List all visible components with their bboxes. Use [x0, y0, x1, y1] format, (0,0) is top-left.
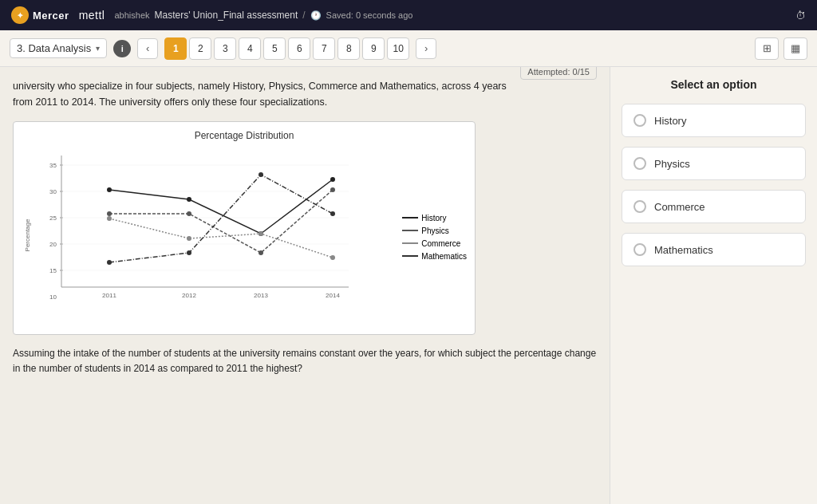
page-btn-8[interactable]: 8	[337, 37, 360, 60]
main-content: Attempted: 0/15 university who specializ…	[0, 67, 817, 504]
chart-legend: History Physics Commerce Mathematics	[397, 148, 467, 326]
left-panel: Attempted: 0/15 university who specializ…	[0, 67, 610, 504]
grid-view-button[interactable]: ⊞	[755, 37, 779, 60]
page-numbers: 12345678910	[164, 37, 409, 60]
page-btn-1[interactable]: 1	[164, 37, 187, 60]
option-physics[interactable]: Physics	[622, 147, 806, 180]
svg-point-30	[330, 187, 335, 192]
select-option-title: Select an option	[622, 78, 806, 91]
mercer-logo-icon: ✦	[11, 6, 29, 24]
svg-point-33	[259, 231, 263, 236]
legend-physics: Physics	[402, 226, 467, 235]
svg-point-24	[187, 197, 191, 202]
option-history[interactable]: History	[622, 104, 806, 137]
chart-wrapper: Percentage 35 30 25	[22, 148, 467, 326]
svg-point-37	[259, 172, 263, 177]
section-label: 3. Data Analysis	[17, 42, 91, 54]
chart-svg-area: Percentage 35 30 25	[22, 148, 389, 326]
svg-point-32	[187, 236, 191, 241]
grid-icon: ⊞	[763, 42, 772, 54]
svg-text:10: 10	[49, 293, 57, 301]
page-btn-3[interactable]: 3	[214, 37, 236, 60]
save-icon: 🕐	[310, 10, 322, 21]
mettl-brand: mettl	[79, 9, 105, 22]
prev-page-button[interactable]: ‹	[137, 38, 158, 59]
prev-arrow-icon: ‹	[146, 42, 149, 54]
svg-point-26	[330, 177, 335, 182]
section-dropdown[interactable]: 3. Data Analysis ▾	[10, 38, 107, 58]
option-history-label: History	[654, 115, 686, 127]
svg-text:2011: 2011	[102, 292, 116, 299]
svg-text:Percentage: Percentage	[24, 219, 31, 251]
page-btn-5[interactable]: 5	[263, 37, 286, 60]
svg-point-23	[107, 187, 112, 192]
info-button[interactable]: i	[113, 40, 131, 57]
legend-mathematics: Mathematics	[402, 252, 467, 261]
next-page-button[interactable]: ›	[416, 38, 436, 59]
mercer-brand: Mercer	[33, 10, 69, 22]
page-btn-2[interactable]: 2	[189, 37, 211, 60]
table-icon: ▦	[791, 42, 800, 54]
svg-point-31	[107, 216, 112, 221]
chart-svg: Percentage 35 30 25	[22, 148, 365, 323]
saved-status: Saved: 0 seconds ago	[326, 10, 413, 20]
assessment-path: Masters' Union_Final assessment	[155, 10, 298, 21]
svg-text:20: 20	[49, 241, 57, 248]
toolbar-right-icons: ⊞ ▦	[755, 37, 807, 60]
chart-title: Percentage Distribution	[22, 130, 467, 141]
path-separator: /	[302, 10, 305, 21]
option-commerce-label: Commerce	[654, 201, 705, 213]
username: abhishek	[114, 10, 149, 20]
option-commerce[interactable]: Commerce	[622, 190, 806, 223]
svg-point-36	[187, 250, 191, 255]
info-icon: i	[121, 44, 124, 53]
svg-point-27	[107, 211, 112, 216]
mercer-logo: ✦ Mercer	[11, 6, 69, 24]
chart-container: Percentage Distribution Percentage 35 30	[13, 121, 476, 335]
svg-text:30: 30	[49, 188, 57, 195]
topbar: ✦ Mercer mettl abhishek Masters' Union_F…	[0, 0, 817, 30]
legend-commerce-label: Commerce	[421, 239, 460, 248]
svg-point-29	[259, 250, 263, 255]
option-physics-radio[interactable]	[633, 157, 646, 170]
svg-text:25: 25	[49, 215, 57, 222]
legend-commerce: Commerce	[402, 239, 467, 248]
page-btn-4[interactable]: 4	[239, 37, 261, 60]
legend-history-label: History	[421, 214, 446, 222]
svg-text:2014: 2014	[326, 292, 340, 299]
legend-history: History	[402, 214, 467, 222]
svg-text:2013: 2013	[254, 292, 268, 299]
table-view-button[interactable]: ▦	[783, 37, 807, 60]
option-mathematics-label: Mathematics	[654, 244, 713, 256]
page-btn-9[interactable]: 9	[362, 37, 385, 60]
svg-text:15: 15	[49, 267, 57, 274]
right-panel: Select an option History Physics Commerc…	[610, 67, 817, 504]
dropdown-arrow-icon: ▾	[96, 44, 100, 53]
topbar-timer: ⏱	[795, 10, 806, 22]
option-physics-label: Physics	[654, 158, 690, 170]
page-btn-6[interactable]: 6	[288, 37, 310, 60]
bottom-question: Assuming the intake of the number of stu…	[13, 346, 597, 376]
option-commerce-radio[interactable]	[633, 200, 646, 213]
option-history-radio[interactable]	[633, 114, 646, 127]
page-btn-10[interactable]: 10	[387, 37, 409, 60]
svg-point-28	[187, 211, 191, 216]
svg-text:2012: 2012	[182, 292, 196, 299]
question-text: university who specialize in four subjec…	[13, 78, 597, 110]
svg-point-34	[330, 255, 335, 260]
option-mathematics[interactable]: Mathematics	[622, 233, 806, 266]
legend-physics-label: Physics	[421, 226, 448, 235]
topbar-center: abhishek Masters' Union_Final assessment…	[114, 10, 786, 21]
toolbar: 3. Data Analysis ▾ i ‹ 12345678910 › ⊞ ▦	[0, 30, 817, 67]
attempted-badge: Attempted: 0/15	[520, 67, 597, 80]
svg-point-38	[330, 211, 335, 216]
page-btn-7[interactable]: 7	[313, 37, 335, 60]
next-arrow-icon: ›	[424, 42, 428, 54]
svg-text:35: 35	[49, 162, 57, 169]
option-mathematics-radio[interactable]	[633, 243, 646, 256]
svg-point-35	[107, 260, 112, 265]
legend-mathematics-label: Mathematics	[421, 252, 467, 261]
